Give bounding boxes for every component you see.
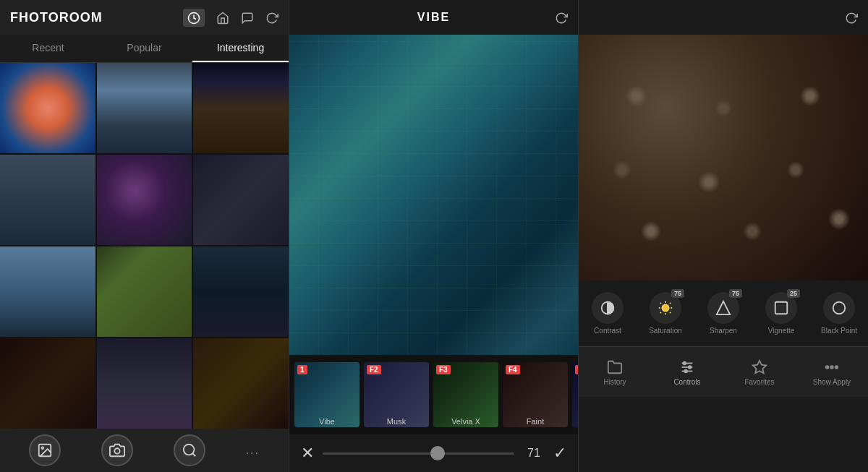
adjust-saturation[interactable]: 75 Saturation (637, 286, 694, 340)
svg-point-23 (684, 362, 686, 365)
panel2-refresh-icon[interactable] (555, 10, 568, 25)
list-item[interactable] (193, 63, 289, 153)
adjust-contrast[interactable]: Contrast (579, 286, 637, 340)
filter-item-musk[interactable]: F2 Musk (364, 362, 429, 427)
app-logo: FHOTOROOM (10, 10, 103, 25)
gallery-footer: ... (0, 429, 289, 472)
saturation-icon-wrap: 75 (650, 292, 681, 324)
camera-button[interactable] (101, 434, 133, 466)
adjustments-header (579, 0, 868, 35)
filter-item-vibe[interactable]: 1 Vibe (294, 362, 359, 427)
svg-marker-26 (753, 361, 766, 373)
footer-favorites[interactable]: Favorites (723, 347, 796, 397)
tab-recent[interactable]: Recent (0, 35, 96, 62)
svg-line-16 (670, 303, 671, 304)
filter-item-extra[interactable]: F (572, 362, 578, 427)
black-point-label: Black Point (821, 327, 857, 335)
list-item[interactable] (193, 338, 289, 429)
vignette-label: Vignette (768, 327, 795, 335)
sharpen-icon (715, 300, 731, 316)
svg-point-24 (689, 366, 692, 369)
filter-item-faint[interactable]: F4 Faint (503, 362, 568, 427)
filter-badge-f2: F2 (367, 365, 381, 374)
filter-editor-header: VIBE (289, 0, 578, 35)
filter-label-musk: Musk (364, 417, 429, 426)
main-photo-display[interactable] (289, 35, 578, 355)
sharpen-badge: 75 (729, 289, 742, 298)
list-item[interactable] (193, 246, 289, 337)
panel3-refresh-icon[interactable] (845, 10, 858, 25)
history-icon[interactable] (183, 9, 205, 27)
more-button[interactable]: ... (246, 444, 260, 457)
footer-show-apply[interactable]: Show Apply (796, 347, 868, 397)
filter-editor-footer: ✕ 71 ✓ (289, 434, 578, 472)
svg-line-15 (660, 312, 661, 313)
list-item[interactable] (97, 155, 192, 245)
filter-title: VIBE (417, 11, 450, 24)
home-icon[interactable] (216, 10, 229, 25)
saturation-label: Saturation (649, 327, 682, 335)
history-label: History (603, 378, 626, 386)
filter-label-vibe: Vibe (294, 417, 359, 426)
vignette-icon-wrap: 25 (765, 292, 797, 324)
slider-thumb[interactable] (430, 446, 445, 460)
filter-label-faint: Faint (503, 417, 568, 426)
svg-rect-18 (775, 302, 788, 314)
list-item[interactable] (0, 338, 95, 429)
filter-item-velvia[interactable]: F3 Velvia X (433, 362, 498, 427)
refresh-icon[interactable] (265, 10, 278, 25)
adjust-black-point[interactable]: Black Point (810, 286, 868, 340)
svg-line-12 (670, 312, 671, 313)
list-item[interactable] (97, 338, 192, 429)
panel-filter-editor: VIBE 1 Vibe F2 Musk F3 Velvia X F4 Faint… (289, 0, 579, 472)
list-item[interactable] (0, 246, 95, 337)
svg-point-3 (114, 448, 119, 453)
filter-badge-f3: F3 (436, 365, 451, 374)
svg-point-25 (684, 370, 687, 373)
adjustment-photo-inner (579, 35, 868, 280)
adjust-vignette[interactable]: 25 Vignette (752, 286, 810, 340)
tab-interesting[interactable]: Interesting (192, 35, 289, 62)
show-apply-icon (824, 358, 840, 375)
sharpen-icon-wrap: 75 (707, 292, 739, 324)
filter-strip: 1 Vibe F2 Musk F3 Velvia X F4 Faint F (289, 355, 578, 434)
photo-grid (0, 63, 289, 429)
adjust-sharpen[interactable]: 75 Sharpen (694, 286, 752, 340)
list-item[interactable] (193, 155, 289, 245)
chat-icon[interactable] (241, 10, 254, 25)
list-item[interactable] (0, 63, 95, 153)
saturation-icon (658, 300, 673, 316)
svg-point-19 (833, 302, 846, 314)
show-apply-label: Show Apply (813, 378, 851, 386)
favorites-star-icon (752, 358, 767, 375)
list-item[interactable] (0, 155, 95, 245)
controls-sliders-icon (679, 358, 695, 375)
confirm-button[interactable]: ✓ (553, 444, 566, 463)
filter-slider[interactable] (323, 452, 514, 455)
black-point-icon-wrap (823, 292, 855, 324)
vignette-icon (773, 300, 789, 316)
contrast-icon (600, 300, 616, 316)
vignette-badge: 25 (787, 289, 800, 298)
list-item[interactable] (97, 246, 192, 337)
filter-badge-f4: F4 (506, 365, 520, 374)
search-button[interactable] (174, 434, 205, 466)
contrast-label: Contrast (594, 327, 621, 335)
footer-controls[interactable]: Controls (651, 347, 723, 397)
adjustment-photo-display[interactable] (579, 35, 868, 280)
filter-label-velvia: Velvia X (433, 417, 498, 426)
list-item[interactable] (97, 63, 192, 153)
sharpen-label: Sharpen (710, 327, 737, 335)
footer-history[interactable]: History (579, 347, 651, 397)
filter-badge-1: 1 (297, 365, 307, 374)
svg-point-4 (184, 445, 195, 455)
favorites-label: Favorites (744, 378, 774, 386)
tab-popular[interactable]: Popular (96, 35, 192, 62)
svg-line-5 (192, 453, 195, 456)
adjustment-controls: Contrast 75 Saturation (579, 280, 868, 346)
svg-point-2 (41, 447, 43, 449)
filter-badge-f5: F (575, 365, 578, 374)
gallery-tabs: Recent Popular Interesting (0, 35, 289, 63)
cancel-button[interactable]: ✕ (301, 444, 314, 463)
gallery-button[interactable] (29, 434, 61, 466)
